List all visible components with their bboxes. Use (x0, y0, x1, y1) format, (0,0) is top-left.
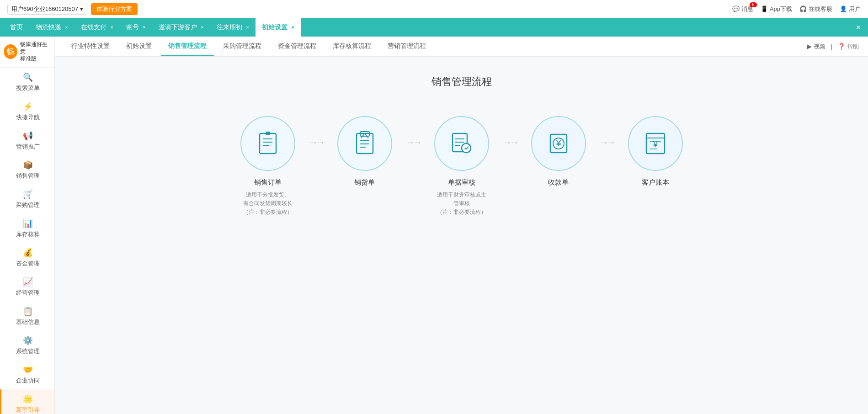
sub-tabs-right: ▶ 视频 | ❓ 帮助 (807, 42, 859, 51)
sidebar-item-basic[interactable]: 📋 基础信息 (0, 302, 54, 331)
flow-arrow-3: →→ (503, 116, 517, 148)
nav-tab-period[interactable]: 往来期初 × (210, 18, 256, 37)
sub-tab-init[interactable]: 初始设置 (119, 37, 159, 56)
video-label: 视频 (814, 42, 825, 51)
content-area: 行业特性设置 初始设置 销售管理流程 采购管理流程 资金管理流程 库存核算流程 … (55, 37, 868, 414)
top-bar-left: 用户690企业1660120507 ▾ 体验行业方案 (7, 3, 138, 15)
nav-tab-init[interactable]: 初始设置 × (256, 18, 301, 37)
service-label: 在线客服 (809, 5, 832, 13)
user-avatar-item[interactable]: 👤 用户 (840, 5, 861, 13)
trial-button[interactable]: 体验行业方案 (91, 3, 138, 15)
page-content: 销售管理流程 销售订单 适用于分批发货、有合同 (55, 57, 868, 414)
sidebar-item-newbie[interactable]: 🌟 新手引导 (0, 389, 54, 414)
nav-tab-home[interactable]: 首页 (4, 18, 29, 37)
nav-tab-account-close[interactable]: × (143, 24, 146, 31)
top-bar: 用户690企业1660120507 ▾ 体验行业方案 💬 消息 6 📱 App下… (0, 0, 868, 18)
nav-tab-payment-close[interactable]: × (110, 24, 113, 31)
sidebar-item-finance[interactable]: 💰 资金管理 (0, 243, 54, 272)
help-label: 帮助 (847, 42, 859, 51)
svg-text:¥: ¥ (652, 140, 658, 149)
app-download-item[interactable]: 📱 App下载 (761, 5, 792, 13)
operations-icon: 📈 (23, 277, 33, 287)
message-item[interactable]: 💬 消息 6 (732, 5, 753, 13)
logo-subtitle: 标准版 (20, 55, 51, 63)
nav-close-all-button[interactable]: × (852, 23, 864, 32)
sub-tab-industry[interactable]: 行业特性设置 (64, 37, 117, 56)
nav-tab-account[interactable]: 账号 × (120, 18, 152, 37)
nav-tabs: 首页 物流快递 × 在线支付 × 账号 × 邀请下游客户 × 往来期初 × 初始… (0, 18, 868, 37)
nav-tab-home-label: 首页 (10, 23, 23, 32)
sub-tab-purchase-flow[interactable]: 采购管理流程 (216, 37, 269, 56)
sidebar-item-collab[interactable]: 🤝 企业协同 (0, 360, 54, 389)
sidebar-newbie-label: 新手引导 (16, 406, 40, 414)
nav-tab-logistics-close[interactable]: × (65, 24, 68, 31)
nav-tab-logistics[interactable]: 物流快递 × (29, 18, 75, 37)
sub-tab-marketing-flow[interactable]: 营销管理流程 (380, 37, 433, 56)
flow-circle-5: ¥ (628, 116, 683, 171)
nav-tab-payment[interactable]: 在线支付 × (75, 18, 120, 37)
sidebar-item-search[interactable]: 🔍 搜索菜单 (0, 68, 54, 97)
sidebar-system-label: 系统管理 (16, 347, 40, 356)
sub-tab-sales-flow-label: 销售管理流程 (168, 42, 207, 49)
sidebar-item-purchase[interactable]: 🛒 采购管理 (0, 185, 54, 214)
flow-desc-3: 适用于财务审核或主管审核（注：非必要流程） (437, 191, 486, 217)
finance-icon: 💰 (23, 248, 33, 258)
sub-tab-purchase-flow-label: 采购管理流程 (223, 42, 261, 49)
sidebar-finance-label: 资金管理 (16, 260, 40, 268)
nav-tab-init-close[interactable]: × (291, 24, 294, 31)
nav-tab-period-close[interactable]: × (246, 24, 249, 31)
inventory-icon: 📊 (23, 218, 33, 228)
sub-tab-industry-label: 行业特性设置 (71, 42, 110, 49)
main-layout: 畅 畅库通好生意 标准版 🔍 搜索菜单 ⚡ 快捷导航 📢 营销推广 📦 销售管理… (0, 37, 868, 414)
app-icon: 📱 (761, 5, 768, 12)
help-item[interactable]: ❓ 帮助 (838, 42, 859, 51)
sub-tab-sales-flow[interactable]: 销售管理流程 (161, 37, 214, 56)
video-icon: ▶ (807, 43, 812, 50)
flow-arrow-4: →→ (600, 116, 614, 148)
sidebar-item-quicknav[interactable]: ⚡ 快捷导航 (0, 97, 54, 126)
nav-tab-invite[interactable]: 邀请下游客户 × (152, 18, 210, 37)
user-name-label: 用户 (849, 5, 861, 13)
flow-label-4: 收款单 (548, 178, 569, 187)
logo-text: 畅库通好生意 标准版 (20, 41, 51, 63)
newbie-icon: 🌟 (23, 394, 33, 404)
flow-step-2: 销货单 (324, 116, 406, 191)
logo-title: 畅库通好生意 (20, 41, 51, 55)
marketing-icon: 📢 (23, 131, 33, 141)
nav-tab-invite-close[interactable]: × (201, 24, 204, 31)
sub-tab-init-label: 初始设置 (126, 42, 152, 49)
basic-icon: 📋 (23, 306, 33, 316)
flow-label-2: 销货单 (354, 178, 375, 187)
message-badge: 6 (750, 2, 757, 7)
sidebar-inventory-label: 库存核算 (16, 230, 40, 239)
sidebar-item-system[interactable]: ⚙️ 系统管理 (0, 331, 54, 360)
logo-icon: 畅 (4, 44, 17, 59)
sidebar-item-marketing[interactable]: 📢 营销推广 (0, 126, 54, 155)
nav-tab-invite-label: 邀请下游客户 (159, 23, 197, 32)
flow-step-3: 单据审核 适用于财务审核或主管审核（注：非必要流程） (421, 116, 503, 217)
sales-icon: 📦 (23, 160, 33, 170)
service-icon: 🎧 (799, 5, 807, 12)
sidebar-item-sales[interactable]: 📦 销售管理 (0, 155, 54, 185)
sidebar-item-operations[interactable]: 📈 经营管理 (0, 272, 54, 302)
sidebar-item-inventory[interactable]: 📊 库存核算 (0, 214, 54, 243)
sub-tab-finance-flow[interactable]: 资金管理流程 (271, 37, 324, 56)
online-service-item[interactable]: 🎧 在线客服 (799, 5, 832, 13)
dropdown-icon: ▾ (80, 5, 83, 12)
sub-tabs: 行业特性设置 初始设置 销售管理流程 采购管理流程 资金管理流程 库存核算流程 … (55, 37, 868, 57)
sidebar-logo: 畅 畅库通好生意 标准版 (0, 37, 54, 68)
svg-point-14 (462, 143, 471, 153)
flow-label-3: 单据审核 (448, 178, 475, 187)
top-bar-right: 💬 消息 6 📱 App下载 🎧 在线客服 👤 用户 (732, 5, 861, 13)
sub-tab-inventory-flow[interactable]: 库存核算流程 (325, 37, 378, 56)
video-help-item[interactable]: ▶ 视频 (807, 42, 825, 51)
sidebar-marketing-label: 营销推广 (16, 143, 40, 151)
delivery-icon (352, 131, 378, 156)
user-selector[interactable]: 用户690企业1660120507 ▾ (7, 4, 87, 15)
flow-diagram: 销售订单 适用于分批发货、有合同发货周期较长（注：非必要流程） →→ (187, 116, 736, 217)
avatar: 👤 (840, 5, 847, 12)
search-icon: 🔍 (23, 72, 33, 82)
sidebar-search-label: 搜索菜单 (16, 84, 40, 92)
sidebar-operations-label: 经营管理 (16, 289, 40, 297)
system-icon: ⚙️ (23, 335, 33, 345)
